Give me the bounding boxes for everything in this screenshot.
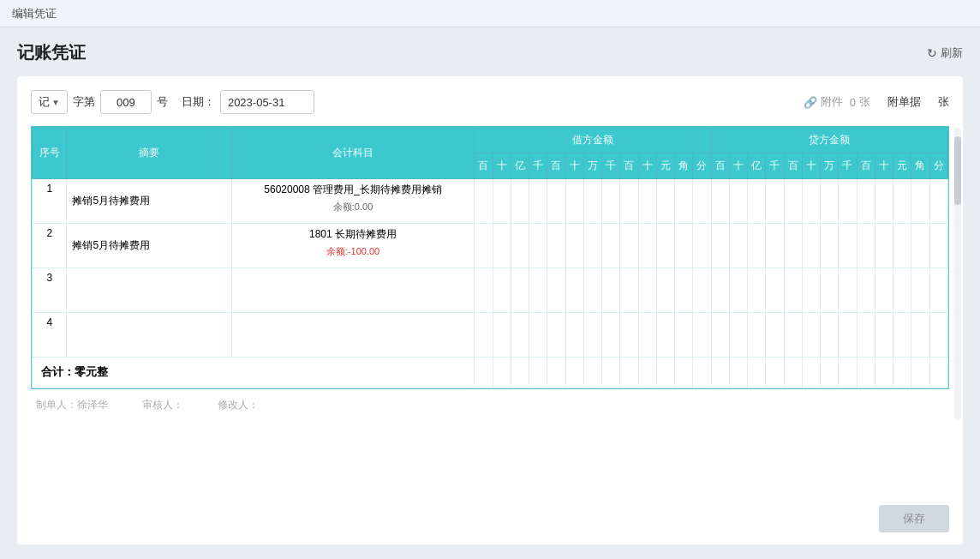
debit-cell-0-1[interactable] bbox=[493, 179, 511, 224]
debit-cell-1-12[interactable] bbox=[693, 224, 711, 268]
credit-cell-0-4[interactable] bbox=[784, 179, 802, 224]
row-summary-1[interactable]: 摊销5月待摊费用 bbox=[67, 224, 231, 268]
credit-cell-2-12[interactable] bbox=[929, 268, 948, 313]
debit-cell-3-2[interactable] bbox=[511, 313, 529, 358]
debit-cell-1-10[interactable] bbox=[656, 224, 674, 268]
debit-cell-2-1[interactable] bbox=[493, 268, 511, 313]
debit-cell-1-4[interactable] bbox=[547, 224, 565, 268]
row-summary-3[interactable] bbox=[67, 313, 231, 358]
credit-cell-0-11[interactable] bbox=[911, 179, 929, 224]
row-summary-0[interactable]: 摊销5月待摊费用 bbox=[67, 179, 231, 224]
debit-cell-0-6[interactable] bbox=[583, 179, 601, 224]
debit-cell-2-0[interactable] bbox=[475, 268, 493, 313]
debit-cell-1-11[interactable] bbox=[675, 224, 693, 268]
credit-cell-0-6[interactable] bbox=[821, 179, 839, 224]
credit-cell-1-8[interactable] bbox=[857, 224, 875, 268]
debit-cell-2-12[interactable] bbox=[693, 268, 711, 313]
credit-cell-1-7[interactable] bbox=[839, 224, 857, 268]
credit-cell-2-7[interactable] bbox=[839, 268, 857, 313]
debit-cell-0-11[interactable] bbox=[675, 179, 693, 224]
credit-cell-3-1[interactable] bbox=[729, 313, 747, 358]
debit-cell-0-12[interactable] bbox=[693, 179, 711, 224]
scrollbar[interactable] bbox=[954, 128, 961, 419]
row-account-0[interactable]: 56020008 管理费用_长期待摊费用摊销余额:0.00 bbox=[231, 179, 474, 224]
credit-cell-3-2[interactable] bbox=[748, 313, 766, 358]
debit-cell-0-5[interactable] bbox=[565, 179, 583, 224]
row-account-2[interactable] bbox=[231, 268, 474, 313]
debit-cell-3-1[interactable] bbox=[493, 313, 511, 358]
credit-cell-1-4[interactable] bbox=[784, 224, 802, 268]
save-button[interactable]: 保存 bbox=[879, 505, 949, 532]
debit-cell-0-7[interactable] bbox=[602, 179, 620, 224]
attach-dan-button[interactable]: 附单据 bbox=[887, 94, 921, 110]
debit-cell-2-9[interactable] bbox=[638, 268, 656, 313]
credit-cell-1-3[interactable] bbox=[766, 224, 784, 268]
credit-cell-2-3[interactable] bbox=[766, 268, 784, 313]
debit-cell-3-8[interactable] bbox=[620, 313, 638, 358]
credit-cell-2-0[interactable] bbox=[711, 268, 729, 313]
table-row[interactable]: 2摊销5月待摊费用1801 长期待摊费用余额:-100.00 bbox=[33, 224, 948, 268]
type-select[interactable]: 记 ▼ bbox=[31, 90, 68, 114]
debit-cell-2-3[interactable] bbox=[529, 268, 547, 313]
refresh-button[interactable]: ↻ 刷新 bbox=[927, 45, 963, 61]
credit-cell-0-7[interactable] bbox=[839, 179, 857, 224]
debit-cell-0-4[interactable] bbox=[547, 179, 565, 224]
credit-cell-2-10[interactable] bbox=[893, 268, 911, 313]
debit-cell-0-2[interactable] bbox=[511, 179, 529, 224]
debit-cell-2-2[interactable] bbox=[511, 268, 529, 313]
debit-cell-1-0[interactable] bbox=[475, 224, 493, 268]
credit-cell-3-8[interactable] bbox=[857, 313, 875, 358]
credit-cell-1-0[interactable] bbox=[711, 224, 729, 268]
debit-cell-3-11[interactable] bbox=[675, 313, 693, 358]
credit-cell-3-5[interactable] bbox=[802, 313, 820, 358]
credit-cell-3-11[interactable] bbox=[911, 313, 929, 358]
credit-cell-1-9[interactable] bbox=[875, 224, 893, 268]
credit-cell-2-2[interactable] bbox=[748, 268, 766, 313]
credit-cell-3-4[interactable] bbox=[784, 313, 802, 358]
credit-cell-3-6[interactable] bbox=[821, 313, 839, 358]
table-row[interactable]: 4 bbox=[33, 313, 948, 358]
debit-cell-0-10[interactable] bbox=[656, 179, 674, 224]
debit-cell-3-9[interactable] bbox=[638, 313, 656, 358]
credit-cell-1-11[interactable] bbox=[911, 224, 929, 268]
debit-cell-2-4[interactable] bbox=[547, 268, 565, 313]
debit-cell-3-12[interactable] bbox=[693, 313, 711, 358]
debit-cell-2-5[interactable] bbox=[565, 268, 583, 313]
credit-cell-1-12[interactable] bbox=[929, 224, 948, 268]
credit-cell-0-1[interactable] bbox=[729, 179, 747, 224]
debit-cell-1-3[interactable] bbox=[529, 224, 547, 268]
debit-cell-0-3[interactable] bbox=[529, 179, 547, 224]
debit-cell-2-7[interactable] bbox=[602, 268, 620, 313]
credit-cell-2-5[interactable] bbox=[802, 268, 820, 313]
credit-cell-2-8[interactable] bbox=[857, 268, 875, 313]
debit-cell-3-10[interactable] bbox=[656, 313, 674, 358]
credit-cell-0-5[interactable] bbox=[802, 179, 820, 224]
credit-cell-1-5[interactable] bbox=[802, 224, 820, 268]
row-summary-2[interactable] bbox=[67, 268, 231, 313]
table-row[interactable]: 1摊销5月待摊费用56020008 管理费用_长期待摊费用摊销余额:0.00 bbox=[33, 179, 948, 224]
row-account-1[interactable]: 1801 长期待摊费用余额:-100.00 bbox=[231, 224, 474, 268]
credit-cell-0-8[interactable] bbox=[857, 179, 875, 224]
debit-cell-1-9[interactable] bbox=[638, 224, 656, 268]
debit-cell-2-11[interactable] bbox=[675, 268, 693, 313]
credit-cell-2-11[interactable] bbox=[911, 268, 929, 313]
debit-cell-3-7[interactable] bbox=[602, 313, 620, 358]
attachment-link[interactable]: 🔗 附件 0 张 bbox=[804, 94, 870, 110]
debit-cell-1-1[interactable] bbox=[493, 224, 511, 268]
credit-cell-2-9[interactable] bbox=[875, 268, 893, 313]
debit-cell-1-6[interactable] bbox=[583, 224, 601, 268]
credit-cell-3-9[interactable] bbox=[875, 313, 893, 358]
credit-cell-1-2[interactable] bbox=[748, 224, 766, 268]
voucher-number-input[interactable] bbox=[100, 90, 152, 114]
credit-cell-3-12[interactable] bbox=[929, 313, 948, 358]
credit-cell-2-4[interactable] bbox=[784, 268, 802, 313]
date-input[interactable] bbox=[220, 90, 314, 114]
debit-cell-1-5[interactable] bbox=[565, 224, 583, 268]
credit-cell-0-2[interactable] bbox=[748, 179, 766, 224]
debit-cell-3-3[interactable] bbox=[529, 313, 547, 358]
credit-cell-0-9[interactable] bbox=[875, 179, 893, 224]
debit-cell-3-0[interactable] bbox=[475, 313, 493, 358]
debit-cell-1-2[interactable] bbox=[511, 224, 529, 268]
debit-cell-2-10[interactable] bbox=[656, 268, 674, 313]
credit-cell-0-0[interactable] bbox=[711, 179, 729, 224]
